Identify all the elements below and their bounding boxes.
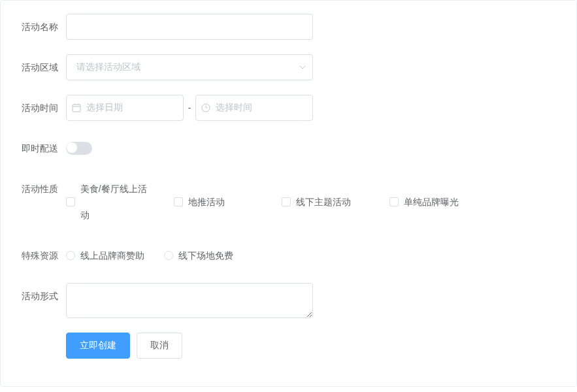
label-delivery: 即时配送 <box>14 135 66 161</box>
checkbox-icon <box>389 197 399 206</box>
name-input[interactable] <box>66 14 313 40</box>
label-name: 活动名称 <box>14 14 66 40</box>
checkbox-icon <box>174 197 183 206</box>
desc-textarea[interactable] <box>66 283 313 318</box>
label-datetime: 活动时间 <box>14 95 66 121</box>
field-type: 活动性质 美食/餐厅线上活动 地推活动 线下主题活动 单纯品牌曝光 <box>14 176 563 228</box>
date-picker[interactable]: 选择日期 <box>66 95 184 121</box>
field-delivery: 即时配送 <box>14 135 563 161</box>
checkbox-type-2[interactable]: 线下主题活动 <box>282 189 370 215</box>
checkbox-label: 美食/餐厅线上活动 <box>80 176 154 228</box>
radio-icon <box>66 251 75 260</box>
region-select[interactable]: 请选择活动区域 <box>66 54 313 80</box>
submit-button[interactable]: 立即创建 <box>66 333 130 359</box>
label-region: 活动区域 <box>14 54 66 80</box>
checkbox-label: 地推活动 <box>188 189 225 215</box>
date-placeholder: 选择日期 <box>86 102 123 114</box>
checkbox-type-3[interactable]: 单纯品牌曝光 <box>389 189 478 215</box>
label-type: 活动性质 <box>14 176 66 202</box>
field-name: 活动名称 <box>14 14 563 40</box>
label-desc: 活动形式 <box>14 283 66 309</box>
time-picker[interactable]: 选择时间 <box>195 95 313 121</box>
field-desc: 活动形式 <box>14 283 563 318</box>
checkbox-label: 线下主题活动 <box>296 189 351 215</box>
delivery-switch[interactable] <box>66 142 92 155</box>
form-card: 活动名称 活动区域 请选择活动区域 活动时间 选择日期 <box>0 0 577 387</box>
time-placeholder: 选择时间 <box>216 102 252 114</box>
cancel-button[interactable]: 取消 <box>137 333 182 359</box>
calendar-icon <box>72 103 81 112</box>
checkbox-icon <box>66 197 75 206</box>
radio-icon <box>164 251 173 260</box>
checkbox-icon <box>282 197 291 206</box>
chevron-down-icon <box>299 63 306 71</box>
radio-resource-0[interactable]: 线上品牌商赞助 <box>66 242 144 269</box>
field-region: 活动区域 请选择活动区域 <box>14 54 563 80</box>
field-datetime: 活动时间 选择日期 - 选择时间 <box>14 95 563 121</box>
clock-icon <box>201 103 210 112</box>
radio-label: 线上品牌商赞助 <box>80 242 144 269</box>
radio-label: 线下场地免费 <box>178 242 233 269</box>
field-buttons: 立即创建 取消 <box>14 333 563 359</box>
label-resource: 特殊资源 <box>14 242 66 269</box>
radio-resource-1[interactable]: 线下场地免费 <box>164 242 233 269</box>
region-placeholder: 请选择活动区域 <box>76 61 140 73</box>
svg-rect-0 <box>73 105 80 112</box>
checkbox-type-0[interactable]: 美食/餐厅线上活动 <box>66 176 154 228</box>
datetime-separator: - <box>184 103 195 113</box>
field-resource: 特殊资源 线上品牌商赞助 线下场地免费 <box>14 242 563 269</box>
checkbox-label: 单纯品牌曝光 <box>404 189 459 215</box>
checkbox-type-1[interactable]: 地推活动 <box>174 189 262 215</box>
